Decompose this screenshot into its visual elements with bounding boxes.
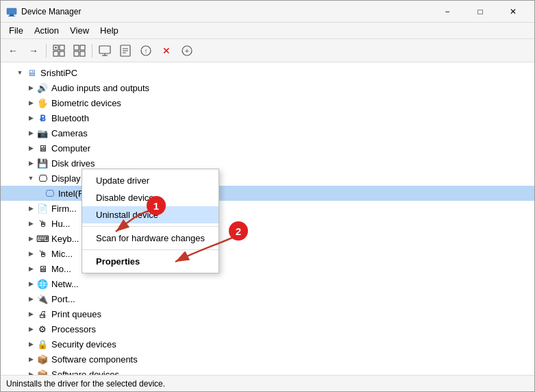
tree-label-biometric: Biometric devices: [51, 98, 121, 108]
expand-icon[interactable]: ▼: [14, 69, 25, 76]
tree-label-proc: Processors: [51, 324, 96, 334]
expand-icon[interactable]: ▶: [25, 130, 36, 136]
soft-comp-icon: 📦: [36, 354, 49, 365]
expand-icon[interactable]: ▶: [25, 84, 36, 91]
minimize-button[interactable]: −: [432, 1, 463, 23]
expand-icon[interactable]: ▶: [25, 265, 36, 272]
menu-view[interactable]: View: [64, 23, 95, 38]
context-properties[interactable]: Properties: [82, 253, 219, 270]
svg-rect-8: [60, 51, 64, 56]
collapse-button[interactable]: [70, 41, 89, 60]
root-label: SrishtiPC: [40, 68, 77, 78]
ports-icon: 🔌: [36, 293, 49, 304]
tree-soft-dev[interactable]: ▶ 📦 Software devices: [1, 367, 534, 375]
annotation-1: 1: [147, 196, 166, 215]
tree-keyboard[interactable]: ▶ ⌨ Keyb...: [1, 231, 534, 246]
tree-display[interactable]: ▼ 🖵 Display adapters: [1, 171, 534, 186]
tree-mice[interactable]: ▶ 🖱 Mic...: [1, 246, 534, 261]
tree-label-computer: Computer: [51, 143, 90, 154]
tree-label-soft-dev: Software devices: [51, 369, 119, 376]
expand-icon[interactable]: ▶: [25, 160, 36, 167]
expand-icon[interactable]: ▶: [25, 326, 36, 332]
svg-rect-10: [80, 45, 85, 50]
close-button[interactable]: ✕: [497, 1, 529, 23]
tree-gpu[interactable]: 🖵 Intel(R) UHD Grap...: [1, 186, 534, 201]
update-driver-button[interactable]: ↑: [136, 41, 155, 60]
tree-label-human: Hu...: [51, 219, 70, 229]
expand-button[interactable]: [49, 41, 69, 60]
status-bar: Uninstalls the driver for the selected d…: [1, 375, 534, 391]
expand-icon[interactable]: ▶: [25, 280, 36, 287]
remove-button[interactable]: ✕: [157, 41, 176, 60]
tree-label-monitor: Mo...: [51, 264, 71, 274]
bluetooth-icon: Ƀ: [36, 112, 49, 123]
expand-icon[interactable]: ▶: [25, 114, 36, 121]
tree-security[interactable]: ▶ 🔒 Security devices: [1, 336, 534, 352]
tree-disk[interactable]: ▶ 💾 Disk drives: [1, 156, 534, 171]
display-button[interactable]: [95, 41, 114, 60]
menu-help[interactable]: Help: [95, 23, 124, 38]
tree-proc[interactable]: ▶ ⚙ Processors: [1, 321, 534, 336]
tree-label-soft-comp: Software components: [51, 354, 138, 365]
context-update-driver[interactable]: Update driver: [82, 172, 219, 189]
expand-icon[interactable]: ▶: [25, 99, 36, 106]
tree-computer[interactable]: ▶ 🖥 Computer: [1, 140, 534, 156]
context-scan-hardware[interactable]: Scan for hardware changes: [82, 230, 219, 247]
human-icon: 🖱: [36, 218, 49, 229]
expand-icon[interactable]: ▶: [25, 145, 36, 151]
expand-icon[interactable]: ▶: [25, 220, 36, 227]
expand-icon[interactable]: ▶: [25, 371, 36, 375]
expand-icon[interactable]: ▶: [25, 356, 36, 363]
tree-label-print: Print queues: [51, 309, 101, 319]
display-icon: 🖵: [36, 173, 49, 184]
scan-button[interactable]: +: [177, 41, 197, 60]
gpu-icon: 🖵: [43, 188, 55, 199]
expand-icon[interactable]: ▶: [25, 235, 36, 242]
tree-cameras[interactable]: ▶ 📷 Cameras: [1, 125, 534, 140]
app-icon: [6, 6, 17, 17]
menu-bar: File Action View Help: [1, 23, 534, 39]
biometric-icon: 🖐: [36, 97, 49, 108]
menu-file[interactable]: File: [3, 23, 29, 38]
tree-audio[interactable]: ▶ 🔊 Audio inputs and outputs: [1, 80, 534, 95]
svg-rect-13: [99, 46, 110, 53]
expand-icon-display[interactable]: ▼: [25, 175, 36, 182]
svg-text:+: +: [185, 47, 189, 55]
svg-rect-2: [8, 16, 15, 16]
tree-firmware[interactable]: ▶ 📄 Firm...: [1, 201, 534, 216]
computer2-icon: 🖥: [36, 143, 49, 154]
device-tree[interactable]: ▼ 🖥 SrishtiPC ▶ 🔊 Audio inputs and outpu…: [1, 62, 534, 375]
tree-print[interactable]: ▶ 🖨 Print queues: [1, 306, 534, 321]
mice-icon: 🖱: [36, 248, 49, 259]
tree-biometric[interactable]: ▶ 🖐 Biometric devices: [1, 95, 534, 110]
tree-label-firmware: Firm...: [51, 204, 77, 214]
expand-icon[interactable]: ▶: [25, 341, 36, 347]
tree-label-mice: Mic...: [51, 249, 73, 259]
forward-button[interactable]: →: [24, 41, 43, 60]
svg-rect-1: [10, 14, 14, 16]
tree-label-security: Security devices: [51, 339, 116, 350]
expand-icon[interactable]: ▶: [25, 295, 36, 302]
tree-bluetooth[interactable]: ▶ Ƀ Bluetooth: [1, 110, 534, 125]
maximize-button[interactable]: □: [464, 1, 496, 23]
expand-icon[interactable]: ▶: [25, 310, 36, 317]
properties-button[interactable]: [116, 41, 135, 60]
tree-monitor[interactable]: ▶ 🖥 Mo...: [1, 261, 534, 276]
tree-network[interactable]: ▶ 🌐 Netw...: [1, 276, 534, 291]
menu-action[interactable]: Action: [29, 23, 64, 38]
camera-icon: 📷: [36, 127, 49, 138]
computer-icon: 🖥: [25, 67, 38, 78]
svg-rect-9: [74, 45, 79, 50]
expand-icon[interactable]: ▶: [25, 250, 36, 257]
title-bar: Device Manager − □ ✕: [1, 1, 534, 23]
toolbar: ← → ↑ ✕ +: [1, 39, 534, 62]
tree-soft-comp[interactable]: ▶ 📦 Software components: [1, 352, 534, 367]
tree-label-ports: Port...: [51, 294, 75, 304]
tree-ports[interactable]: ▶ 🔌 Port...: [1, 291, 534, 306]
expand-icon[interactable]: ▶: [25, 205, 36, 212]
svg-rect-11: [74, 51, 79, 56]
tree-root[interactable]: ▼ 🖥 SrishtiPC: [1, 65, 534, 80]
tree-human[interactable]: ▶ 🖱 Hu...: [1, 216, 534, 231]
back-button[interactable]: ←: [3, 41, 23, 60]
svg-rect-0: [7, 8, 16, 14]
